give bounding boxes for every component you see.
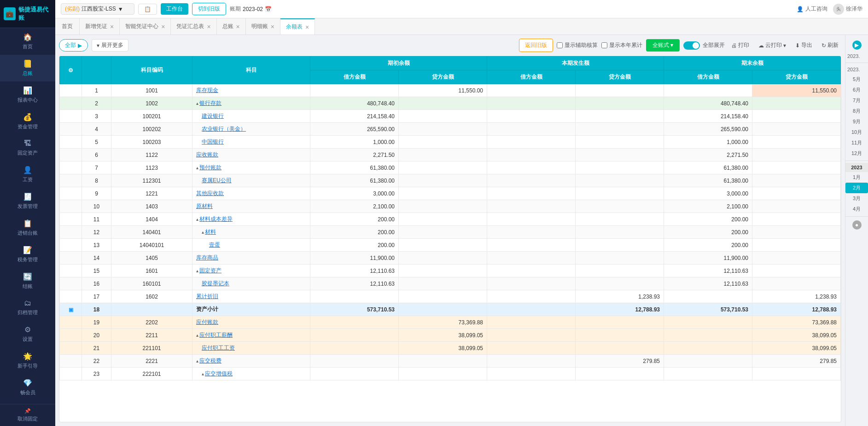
month-4[interactable]: 4月 (845, 204, 868, 214)
account-name-link[interactable]: 固定资产 (199, 267, 221, 274)
sidebar-item-archive[interactable]: 🗂 归档管理 (0, 294, 55, 321)
sidebar-item-vip[interactable]: 💎 畅会员 (0, 374, 55, 401)
tab-general-ledger-close[interactable]: × (236, 23, 240, 30)
return-old-button[interactable]: 返回旧版 (519, 39, 553, 52)
sidebar-item-ledger[interactable]: 📒 总账 (0, 55, 55, 81)
account-name-link[interactable]: 其他应收款 (196, 190, 224, 196)
show-auxiliary-checkbox[interactable]: 显示辅助核算 (557, 41, 598, 49)
row-name[interactable]: 库存现金 (192, 84, 310, 97)
month-5[interactable]: 5月 (845, 74, 868, 85)
toggle-control[interactable] (683, 41, 700, 50)
row-name[interactable]: ▴固定资产 (192, 265, 310, 277)
right-panel-toggle[interactable]: ● (852, 220, 862, 230)
tab-detail-ledger-close[interactable]: × (271, 23, 274, 30)
right-panel-close[interactable]: ▶ (852, 40, 862, 50)
row-name[interactable]: 建设银行 (192, 110, 310, 123)
month-12[interactable]: 12月 (845, 148, 868, 159)
sidebar-item-guide[interactable]: 🌟 新手引导 (0, 347, 55, 374)
month-2[interactable]: 2月 (845, 183, 868, 193)
tab-new-voucher-close[interactable]: × (110, 23, 114, 30)
row-name[interactable]: ▴材料成本差异 (192, 213, 310, 226)
tab-voucher-summary[interactable]: 凭证汇总表 × (171, 18, 216, 35)
year-2023-current[interactable]: 2023 (845, 163, 868, 172)
refresh-button[interactable]: ↻ 刷新 (819, 40, 841, 51)
cloud-print-button[interactable]: ☁ 云打印 ▾ (756, 40, 789, 51)
row-name[interactable]: 应付职工工资 (192, 342, 310, 355)
sidebar-item-reports[interactable]: 📊 报表中心 (0, 81, 55, 108)
expand-all-toggle[interactable]: 全部展开 (683, 41, 725, 50)
account-name-link[interactable]: 建设银行 (202, 113, 224, 119)
account-name-link[interactable]: 应交增值税 (205, 370, 233, 377)
tab-smart-voucher-close[interactable]: × (161, 23, 165, 30)
tab-voucher-summary-close[interactable]: × (207, 23, 210, 30)
calendar-icon[interactable]: 📅 (265, 6, 272, 12)
filter-all-button[interactable]: 全部 ▶ (59, 39, 88, 52)
account-name-link[interactable]: 应交税费 (199, 357, 221, 364)
th-config[interactable]: ⚙ (60, 57, 82, 84)
account-name-link[interactable]: 累计折旧 (196, 293, 218, 299)
month-7[interactable]: 7月 (845, 95, 868, 106)
sidebar-item-funds[interactable]: 💰 资金管理 (0, 108, 55, 135)
row-name[interactable]: 应付账款 (192, 316, 310, 329)
account-name-link[interactable]: 应付职工薪酬 (199, 332, 233, 338)
account-name-link[interactable]: 材料成本差异 (199, 216, 233, 222)
workbench-button[interactable]: 工作台 (161, 3, 188, 15)
sidebar-item-purchase-sales[interactable]: 📋 进销台账 (0, 214, 55, 241)
row-name[interactable]: ▴应交增值税 (192, 368, 310, 380)
sidebar-item-fixed-assets[interactable]: 🏗 固定资产 (0, 135, 55, 161)
company-selector[interactable]: (劣副) 江西股宝-LSS ▼ (61, 3, 134, 15)
sidebar-item-settings[interactable]: ⚙ 设置 (0, 321, 55, 347)
account-name-link[interactable]: 壹蛋 (209, 242, 220, 248)
row-name[interactable]: 其他应收款 (192, 187, 310, 200)
row-name[interactable]: 库存商品 (192, 252, 310, 265)
month-9[interactable]: 9月 (845, 116, 868, 127)
row-name[interactable]: 赛属EU公司 (192, 174, 310, 187)
row-name[interactable]: ▴银行存款 (192, 97, 310, 110)
show-ytd-checkbox[interactable]: 显示本年累计 (601, 41, 642, 49)
unpin-button[interactable]: 📌 取消固定 (0, 404, 55, 426)
export-button[interactable]: ⬇ 导出 (792, 40, 815, 51)
row-name[interactable]: 原材料 (192, 200, 310, 213)
account-name-link[interactable]: 农业银行（美金） (202, 126, 246, 132)
sidebar-item-hr[interactable]: 👤 工资 (0, 161, 55, 188)
sidebar-item-settle[interactable]: 🔄 结账 (0, 268, 55, 294)
expand-more-button[interactable]: ▾ 展开更多 (92, 39, 128, 52)
row-name[interactable]: 中国银行 (192, 136, 310, 149)
account-name-link[interactable]: 赛属EU公司 (202, 177, 232, 184)
tab-home[interactable]: 首页 (55, 18, 80, 35)
tab-detail-ledger[interactable]: 明细账 × (246, 18, 280, 35)
row-name[interactable]: ▴材料 (192, 226, 310, 239)
month-1[interactable]: 1月 (845, 172, 868, 183)
row-name[interactable]: ▴应付职工薪酬 (192, 329, 310, 342)
sidebar-item-invoice[interactable]: 🧾 发票管理 (0, 188, 55, 214)
copy-company-button[interactable]: 📋 (138, 4, 157, 15)
month-11[interactable]: 11月 (845, 138, 868, 148)
account-name-link[interactable]: 库存现金 (196, 87, 218, 93)
user-menu[interactable]: 头 徐泽华 (833, 4, 862, 15)
show-auxiliary-input[interactable] (557, 42, 563, 48)
tab-balance-sheet[interactable]: 余额表 × (280, 18, 315, 35)
tab-new-voucher[interactable]: 新增凭证 × (80, 18, 120, 35)
switch-version-button[interactable]: 切到旧版 (192, 3, 226, 15)
sidebar-item-tax[interactable]: 📝 税务管理 (0, 241, 55, 268)
account-name-link[interactable]: 库存商品 (196, 254, 218, 261)
account-name-link[interactable]: 中国银行 (202, 138, 224, 145)
sidebar-item-home[interactable]: 🏠 首页 (0, 28, 55, 55)
row-name[interactable]: 农业银行（美金） (192, 123, 310, 136)
tab-balance-sheet-close[interactable]: × (305, 24, 309, 30)
tab-general-ledger[interactable]: 总账 × (217, 18, 246, 35)
month-6[interactable]: 6月 (845, 85, 868, 95)
account-name-link[interactable]: 胶提墨记本 (202, 280, 229, 287)
row-name[interactable]: 壹蛋 (192, 239, 310, 252)
row-name[interactable]: 应收账款 (192, 149, 310, 161)
account-name-link[interactable]: 应付职工工资 (202, 345, 235, 351)
row-name[interactable]: ▴应交税费 (192, 355, 310, 368)
month-3[interactable]: 3月 (845, 193, 868, 204)
account-name-link[interactable]: 材料 (205, 229, 216, 235)
account-name-link[interactable]: 应收账款 (196, 151, 218, 158)
account-name-link[interactable]: 原材料 (196, 203, 213, 209)
full-style-button[interactable]: 全账式 ▾ (646, 39, 680, 52)
show-ytd-input[interactable] (601, 42, 607, 48)
row-name[interactable]: 累计折旧 (192, 290, 310, 303)
row-name[interactable]: 胶提墨记本 (192, 277, 310, 290)
